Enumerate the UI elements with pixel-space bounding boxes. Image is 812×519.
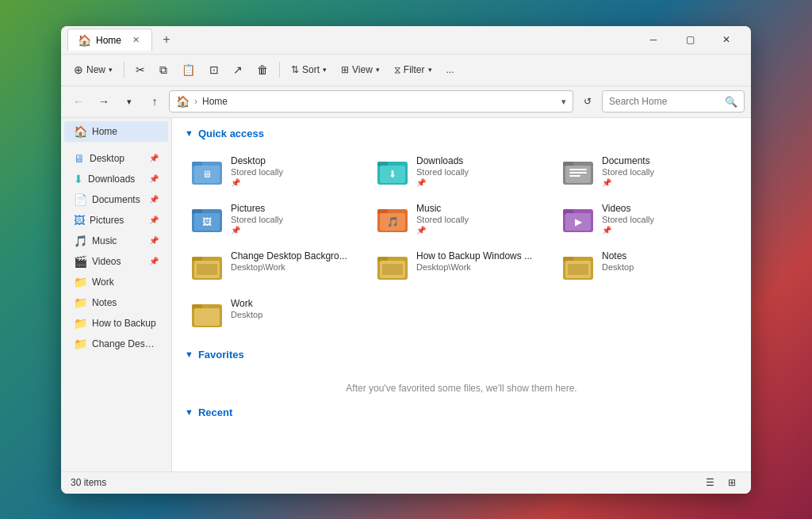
sidebar-change-icon: 📁 (74, 338, 87, 350)
filter-label: Filter (404, 64, 425, 75)
list-item[interactable]: Change Desktop Backgro... Desktop\Work (185, 244, 367, 288)
toolbar-separator-1 (124, 62, 124, 78)
back-button[interactable]: ← (67, 90, 90, 113)
svg-rect-12 (569, 172, 587, 174)
up-button[interactable]: ↑ (144, 90, 166, 113)
videos-folder-icon: ▶ (562, 203, 594, 235)
svg-rect-11 (569, 169, 587, 170)
sidebar-pictures-pin-icon: 📌 (149, 216, 159, 224)
list-item[interactable]: ▶ Videos Stored locally 📌 (556, 197, 738, 241)
sort-label: Sort (302, 64, 320, 75)
svg-rect-40 (194, 308, 220, 326)
rename-icon: ⊡ (209, 63, 219, 76)
list-item[interactable]: 🎵 Music Stored locally 📌 (370, 197, 553, 241)
list-item[interactable]: 🖼 Pictures Stored locally 📌 (185, 197, 367, 241)
new-button[interactable]: ⊕ New ▾ (67, 60, 119, 79)
sidebar-item-howto[interactable]: 📁 How to Backup (64, 313, 168, 334)
recent-header[interactable]: ▼ Recent (185, 406, 738, 418)
forward-button[interactable]: → (93, 90, 115, 113)
file-explorer-window: 🏠 Home ✕ + ─ ▢ ✕ ⊕ New ▾ ✂ ⧉ 📋 ⊡ (61, 26, 751, 494)
sidebar-item-desktop[interactable]: 🖥 Desktop 📌 (64, 148, 168, 169)
sidebar-item-work[interactable]: 📁 Work (64, 272, 168, 292)
sidebar-howto-label: How to Backup (92, 318, 159, 329)
quick-access-header[interactable]: ▼ Quick access (185, 128, 738, 139)
maximize-button[interactable]: ▢ (672, 27, 708, 52)
filter-button[interactable]: ⧖ Filter ▾ (388, 61, 439, 78)
delete-button[interactable]: 🗑 (251, 60, 274, 79)
list-item[interactable]: Notes Desktop (556, 244, 738, 288)
documents-folder-icon (562, 155, 594, 187)
address-bar[interactable]: 🏠 › Home ▾ (169, 90, 573, 113)
svg-text:▶: ▶ (575, 216, 583, 227)
sidebar-desktop-pin-icon: 📌 (149, 154, 159, 162)
downloads-folder-icon: ⬇ (377, 155, 408, 187)
svg-text:⬇: ⬇ (389, 169, 396, 180)
documents-pin-icon: 📌 (602, 178, 654, 187)
pictures-file-info: Pictures Stored locally 📌 (231, 203, 283, 235)
close-button[interactable]: ✕ (708, 27, 745, 52)
search-box[interactable]: 🔍 (602, 90, 745, 113)
new-tab-button[interactable]: + (155, 29, 178, 51)
sidebar-documents-label: Documents (92, 194, 144, 205)
copy-icon: ⧉ (159, 63, 167, 77)
recent-chevron-icon: ▼ (185, 407, 193, 417)
sidebar-videos-icon: 🎬 (74, 255, 87, 268)
list-item[interactable]: 🖥 Desktop Stored locally 📌 (185, 149, 367, 193)
work-file-info: Work Desktop (231, 298, 262, 319)
sidebar-item-pictures[interactable]: 🖼 Pictures 📌 (64, 210, 168, 231)
sidebar-item-downloads[interactable]: ⬇ Downloads 📌 (64, 169, 168, 189)
sidebar-item-change[interactable]: 📁 Change Desktop (64, 334, 168, 354)
sidebar-item-home[interactable]: 🏠 Home (64, 121, 168, 142)
quick-access-label: Quick access (198, 128, 264, 139)
recent-locations-button[interactable]: ▾ (118, 90, 140, 113)
sidebar: 🏠 Home 🖥 Desktop 📌 ⬇ Downloads 📌 📄 Docum… (61, 118, 172, 471)
address-separator: › (194, 96, 197, 107)
sidebar-change-label: Change Desktop (92, 338, 159, 349)
sidebar-documents-pin-icon: 📌 (149, 195, 159, 204)
cut-button[interactable]: ✂ (129, 60, 151, 79)
sidebar-pictures-icon: 🖼 (74, 214, 85, 227)
sidebar-pictures-label: Pictures (90, 215, 144, 226)
list-item[interactable]: Documents Stored locally 📌 (556, 149, 738, 193)
sidebar-item-videos[interactable]: 🎬 Videos 📌 (64, 251, 168, 272)
music-file-info: Music Stored locally 📌 (416, 203, 469, 235)
sidebar-item-notes[interactable]: 📁 Notes (64, 292, 168, 313)
list-item[interactable]: ⬇ Downloads Stored locally 📌 (370, 149, 553, 193)
share-button[interactable]: ↗ (227, 60, 249, 79)
tab-close-button[interactable]: ✕ (129, 34, 142, 47)
delete-icon: 🗑 (257, 63, 268, 76)
sort-button[interactable]: ⇅ Sort ▾ (285, 61, 333, 78)
address-path: Home (202, 96, 228, 107)
list-view-button[interactable]: ☰ (700, 473, 719, 492)
favorites-header[interactable]: ▼ Favorites (185, 349, 738, 361)
paste-button[interactable]: 📋 (175, 60, 201, 79)
sidebar-notes-icon: 📁 (74, 296, 87, 309)
sidebar-item-documents[interactable]: 📄 Documents 📌 (64, 189, 168, 210)
filter-icon: ⧖ (394, 64, 400, 75)
sidebar-item-music[interactable]: 🎵 Music 📌 (64, 231, 168, 251)
howto-folder-icon (377, 250, 408, 282)
minimize-button[interactable]: ─ (635, 27, 672, 52)
desktop-pin-icon: 📌 (231, 178, 283, 187)
home-tab[interactable]: 🏠 Home ✕ (67, 29, 152, 51)
refresh-button[interactable]: ↺ (576, 90, 599, 113)
more-button[interactable]: ... (440, 61, 461, 78)
videos-file-name: Videos (602, 203, 654, 214)
sidebar-music-icon: 🎵 (74, 235, 87, 247)
toolbar: ⊕ New ▾ ✂ ⧉ 📋 ⊡ ↗ 🗑 ⇅ Sort ▾ ⊞ (61, 55, 751, 86)
grid-view-button[interactable]: ⊞ (722, 473, 741, 492)
title-bar: 🏠 Home ✕ + ─ ▢ ✕ (61, 26, 751, 55)
copy-button[interactable]: ⧉ (153, 60, 174, 80)
howto-file-name: How to Backup Windows ... (416, 250, 532, 261)
notes-file-name: Notes (602, 250, 634, 261)
list-item[interactable]: How to Backup Windows ... Desktop\Work (370, 244, 553, 288)
list-item[interactable]: Work Desktop (185, 292, 367, 336)
sidebar-home-icon: 🏠 (74, 125, 87, 138)
documents-file-info: Documents Stored locally 📌 (602, 155, 654, 187)
search-input[interactable] (609, 96, 722, 107)
view-button[interactable]: ⊞ View ▾ (335, 61, 386, 78)
address-expand-icon[interactable]: ▾ (561, 97, 566, 107)
rename-button[interactable]: ⊡ (203, 60, 225, 79)
downloads-pin-icon: 📌 (416, 178, 469, 187)
tab-label: Home (96, 35, 121, 46)
